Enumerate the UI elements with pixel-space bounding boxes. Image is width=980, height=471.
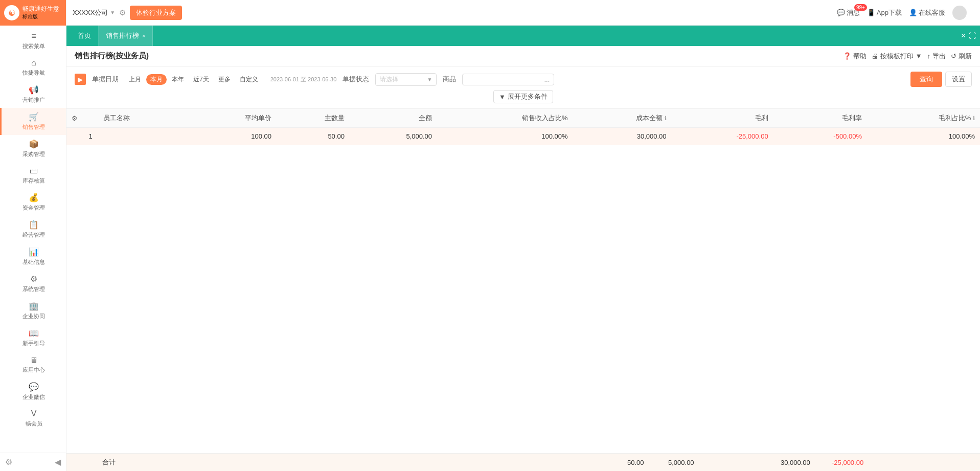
th-cost: 成本全额 ℹ [573,109,672,128]
refresh-btn[interactable]: ↺ 刷新 [951,52,972,61]
sidebar-item-marketing[interactable]: 📢营销推广 [0,81,66,108]
help-icon: ❓ [843,52,851,60]
tab-home[interactable]: 首页 [71,26,99,46]
row-gross: -25,000.00 [672,128,773,145]
total-cost: 30,000.00 [776,454,827,472]
service-label: 在线客服 [919,8,945,17]
logo-subtitle: 标准版 [22,13,59,20]
sidebar-bottom: ⚙ ◀ [0,453,66,471]
sidebar-item-system[interactable]: ⚙系统管理 [0,270,66,297]
main-area: XXXXX公司 ▼ ⚙ 体验行业方案 💬 消息 99+ 📱 App下载 👤 在线… [66,0,980,471]
row-settings[interactable] [66,128,83,145]
tab-sales-ranking[interactable]: 销售排行榜 × [99,26,153,46]
date-range: 2023-06-01 至 2023-06-30 [270,76,337,83]
date-tab-上月[interactable]: 上月 [125,74,145,85]
purchase-icon: 📦 [29,139,39,149]
total-amount: 5,000.00 [663,454,714,472]
th-rank [83,109,98,128]
cost-info-icon[interactable]: ℹ [665,115,667,121]
sidebar-item-guide[interactable]: 📖新手引导 [0,324,66,351]
date-tab-更多[interactable]: 更多 [214,74,235,85]
message-icon: 💬 [837,9,845,16]
tab-close-icon[interactable]: × [142,33,145,39]
online-service-btn[interactable]: 👤 在线客服 [909,8,945,17]
service-icon: 👤 [909,9,917,16]
goods-more[interactable]: ... [544,76,550,83]
query-btn[interactable]: 查询 [910,72,942,87]
inventory-icon: 🗃 [30,166,38,175]
tabbar-expand-icon[interactable]: ⛶ [969,32,976,40]
goods-input[interactable]: ... [462,74,554,85]
company-selector[interactable]: XXXXX公司 ▼ [73,8,115,17]
row-gross-rate: -500.00% [773,128,867,145]
sidebar-item-quick-nav[interactable]: ⌂快捷导航 [0,54,66,81]
search-order-icon: ≡ [31,32,36,41]
sidebar-item-search-order[interactable]: ≡搜索菜单 [0,28,66,54]
guide-icon: 📖 [29,328,39,338]
gross-pct-info-icon[interactable]: ℹ [973,115,975,121]
status-select-arrow: ▼ [427,77,432,82]
tab-sales-ranking-label: 销售排行榜 [106,31,139,40]
filter-area: ▶ 单据日期 上月本月本年近7天更多自定义 2023-06-01 至 2023-… [66,66,980,109]
sidebar-collapse-icon[interactable]: ◀ [55,457,61,467]
row-name [98,128,187,145]
date-tab-本月[interactable]: 本月 [146,74,167,85]
filter-expand-arrow[interactable]: ▶ [75,74,86,85]
row-sales-pct: 100.00% [437,128,573,145]
filter-expand-btn[interactable]: ▼ 展开更多条件 [493,90,553,103]
sidebar-item-operation[interactable]: 📋经营管理 [0,216,66,243]
table-header: ⚙ 员工名称 平均单价 主数量 全额 销售收入占比% 成本全额 ℹ 毛利 毛利率… [66,109,980,128]
topbar-settings-icon[interactable]: ⚙ [119,8,126,17]
print-dropdown-icon: ▼ [916,52,922,60]
page-header-actions: ❓ 帮助 🖨 按模板打印 ▼ ↑ 导出 ↺ 刷新 [843,52,972,61]
sidebar-item-purchase[interactable]: 📦采购管理 [0,135,66,162]
user-avatar[interactable] [952,6,967,20]
sidebar-item-inventory[interactable]: 🗃库存核算 [0,162,66,189]
date-tabs: 上月本月本年近7天更多自定义 [125,74,262,85]
print-btn[interactable]: 🖨 按模板打印 ▼ [872,52,922,61]
sidebar-settings-icon[interactable]: ⚙ [5,457,12,467]
topbar: XXXXX公司 ▼ ⚙ 体验行业方案 💬 消息 99+ 📱 App下载 👤 在线… [66,0,980,26]
help-btn[interactable]: ❓ 帮助 [843,52,867,61]
company-dropdown-icon: ▼ [110,10,115,15]
page-header: 销售排行榜(按业务员) ❓ 帮助 🖨 按模板打印 ▼ ↑ 导出 ↺ 刷新 [66,46,980,66]
th-gross: 毛利 [672,109,773,128]
marketing-icon: 📢 [29,85,39,95]
app-download-btn[interactable]: 📱 App下载 [867,8,902,17]
sidebar-item-enterprise-wechat[interactable]: 💬企业微信 [0,378,66,405]
tabbar-close-icon[interactable]: × [961,31,966,40]
th-gross-pct: 毛利占比% ℹ [867,109,980,128]
row-avg-price: 100.00 [187,128,276,145]
total-row: 合计 50.00 5,000.00 30,000.00 -25,000.00 [66,453,980,471]
date-tab-自定义[interactable]: 自定义 [236,74,262,85]
goods-filter-label: 商品 [443,75,456,84]
data-table: ⚙ 员工名称 平均单价 主数量 全额 销售收入占比% 成本全额 ℹ 毛利 毛利率… [66,109,980,145]
status-select-value: 请选择 [380,75,425,84]
total-qty: 50.00 [622,454,663,472]
row-cost: 30,000.00 [573,128,672,145]
trial-btn[interactable]: 体验行业方案 [130,6,182,20]
row-rank: 1 [83,128,98,145]
sidebar-item-basic-info[interactable]: 📊基础信息 [0,243,66,270]
page-title: 销售排行榜(按业务员) [75,51,149,61]
status-select[interactable]: 请选择 ▼ [375,73,437,86]
total-label: 合计 [97,454,571,472]
topbar-right: 💬 消息 99+ 📱 App下载 👤 在线客服 [837,6,974,20]
date-tab-本年[interactable]: 本年 [168,74,188,85]
message-btn[interactable]: 💬 消息 99+ [837,8,860,17]
member-icon: V [31,409,37,418]
app-label: App下载 [877,8,902,17]
filter-settings-btn[interactable]: 设置 [945,72,972,87]
th-settings[interactable]: ⚙ [66,109,83,128]
logo-icon: ☯ [4,5,19,20]
sidebar-item-member[interactable]: V畅会员 [0,405,66,432]
export-btn[interactable]: ↑ 导出 [927,52,946,61]
tab-home-label: 首页 [78,31,91,40]
sidebar-item-app-center[interactable]: 🖥应用中心 [0,351,66,378]
finance-icon: 💰 [29,193,39,203]
sidebar-item-finance[interactable]: 💰资金管理 [0,189,66,216]
date-tab-近7天[interactable]: 近7天 [189,74,213,85]
tabbar: 首页 销售排行榜 × × ⛶ [66,26,980,46]
sidebar-item-sales[interactable]: 🛒销售管理 [0,108,66,135]
sidebar-item-enterprise[interactable]: 🏢企业协同 [0,297,66,324]
